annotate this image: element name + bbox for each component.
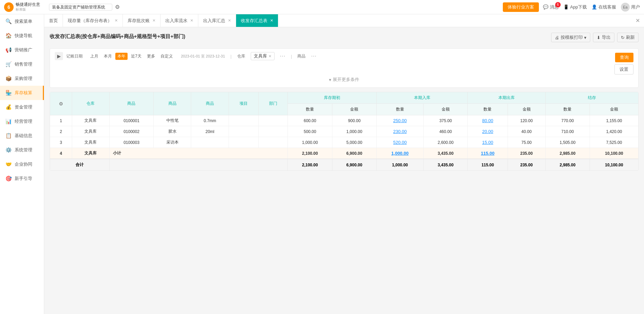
tab-in-out-flow[interactable]: 出入库流水 ✕	[161, 14, 198, 27]
col-in-qty: 数量	[377, 104, 424, 115]
date-range: 2023-01-01 至 2023-12-31	[181, 54, 225, 59]
refresh-icon: ↻	[621, 35, 625, 40]
row1-code: 0100001	[109, 115, 153, 126]
subtotal-in-amt: 3,435.00	[424, 148, 468, 159]
home-icon: 🏠	[5, 33, 12, 39]
goods-more-button[interactable]: ···	[311, 53, 316, 59]
sidebar-item-guide[interactable]: 🎯 新手引导	[0, 171, 44, 186]
refresh-button[interactable]: ↻ 刷新	[617, 33, 639, 42]
sidebar-item-inventory[interactable]: 🏪 库存核算	[0, 86, 44, 100]
message-button[interactable]: 💬 消息 6	[543, 4, 559, 10]
tab-close-inventory-dist[interactable]: ✕	[115, 18, 118, 23]
table-row: 1 文具库 0100001 中性笔 0.7mm 600.00 900.00 25…	[50, 115, 638, 126]
filter-right: 查询 设置	[614, 52, 633, 75]
sidebar-item-finance[interactable]: 💰 资金管理	[0, 100, 44, 114]
row3-dept	[258, 137, 288, 148]
tab-close-batch-ledger[interactable]: ✕	[152, 18, 155, 23]
date-btn-more[interactable]: 更多	[145, 53, 157, 60]
system-settings-button[interactable]: ⚙	[115, 4, 120, 10]
col-open-qty: 数量	[288, 104, 332, 115]
chevron-down-icon: ▾	[584, 35, 587, 40]
row3-name: 采访本	[154, 137, 191, 148]
row2-out-qty[interactable]: 20.00	[468, 126, 508, 137]
export-button[interactable]: ⬇ 导出	[593, 33, 614, 42]
top-right-area: 💬 消息 6 📱 App下载 👤 在线客服 Ea 用户	[543, 3, 640, 12]
date-btn-last-month[interactable]: 上月	[88, 53, 100, 60]
filter-toggle-button[interactable]: ▶	[55, 52, 63, 60]
col-balance: 结存	[545, 92, 638, 104]
tab-close-receipt-summary[interactable]: ✕	[270, 18, 273, 23]
sidebar-item-basicinfo[interactable]: 📋 基础信息	[0, 129, 44, 143]
table-settings-icon[interactable]: ⚙	[59, 101, 63, 106]
sidebar-item-quicknav[interactable]: 🏠 快捷导航	[0, 29, 44, 43]
download-icon: 📱	[563, 4, 569, 10]
date-btn-this-year[interactable]: 本年	[115, 53, 128, 60]
subtotal-label: 小计	[109, 148, 288, 159]
table-header-row-1: ⚙ 仓库 商品 商品 商品 项目 部门 库存期初 本期入库 本期出库 结存	[50, 92, 638, 104]
print-button[interactable]: 🖨 按模板打印 ▾	[551, 33, 590, 42]
user-area[interactable]: Ea 用户	[621, 3, 640, 12]
app-download-button[interactable]: 📱 App下载	[563, 4, 587, 10]
row3-in-qty[interactable]: 520.00	[377, 137, 424, 148]
expand-more-area: ▾ 展开更多条件	[55, 77, 633, 83]
row2-open-qty: 500.00	[288, 126, 332, 137]
tab-in-out-summary[interactable]: 出入库汇总 ✕	[198, 14, 236, 27]
subtotal-no: 4	[50, 148, 72, 159]
date-btn-this-month[interactable]: 本月	[102, 53, 114, 60]
date-btn-custom[interactable]: 自定义	[159, 53, 175, 60]
settings-text-button[interactable]: 设置	[614, 64, 633, 75]
warehouse-more-button[interactable]: ···	[280, 53, 285, 59]
tab-batch-ledger[interactable]: 库存批次账 ✕	[123, 14, 161, 27]
date-btn-7days[interactable]: 近7天	[129, 53, 144, 60]
sidebar-item-purchase[interactable]: 📦 采购管理	[0, 71, 44, 86]
col-project: 项目	[229, 92, 259, 115]
sidebar-item-system[interactable]: ⚙️ 系统管理	[0, 143, 44, 157]
date-filter-label: 记账日期	[66, 53, 83, 59]
online-service-button[interactable]: 👤 在线客服	[592, 4, 616, 10]
row1-bal-amt: 1,155.00	[590, 115, 638, 126]
goods-filter-label: 商品	[297, 53, 306, 59]
expand-more-button[interactable]: ▾ 展开更多条件	[329, 77, 359, 83]
total-bal-qty: 2,985.00	[545, 159, 590, 170]
row1-in-qty[interactable]: 250.00	[377, 115, 424, 126]
table-subtotal-row: 4 文具库 小计 2,100.00 6,900.00 1,000.00 3,43…	[50, 148, 638, 159]
col-outbound: 本期出库	[468, 92, 545, 104]
sidebar-item-enterprise[interactable]: 🤝 企业协同	[0, 157, 44, 171]
basicinfo-icon: 📋	[5, 133, 12, 139]
query-button[interactable]: 查询	[615, 53, 633, 62]
warehouse-tag-remove[interactable]: ✕	[268, 54, 271, 59]
sidebar: 🔍 搜索菜单 🏠 快捷导航 📢 营销推广 🛒 销售管理 📦 采购管理 🏪 库存核…	[0, 14, 44, 314]
system-select[interactable]: 装备及固定资产辅助管理系统	[49, 4, 112, 11]
tab-close-all-button[interactable]: ✕	[631, 17, 644, 24]
subtotal-in-qty[interactable]: 1,000.00	[377, 148, 424, 159]
col-bal-qty: 数量	[545, 104, 590, 115]
tab-home[interactable]: 首页	[44, 14, 63, 27]
row1-in-amt: 375.00	[424, 115, 468, 126]
tab-close-in-out-summary[interactable]: ✕	[228, 18, 231, 23]
row3-warehouse: 文具库	[72, 137, 110, 148]
sidebar-item-sales[interactable]: 🛒 销售管理	[0, 57, 44, 71]
tab-receipt-summary[interactable]: 收发存汇总表 ✕	[236, 14, 278, 27]
sidebar-item-marketing[interactable]: 📢 营销推广	[0, 43, 44, 57]
row1-warehouse: 文具库	[72, 115, 110, 126]
col-open-amt: 金额	[332, 104, 376, 115]
row1-out-qty[interactable]: 80.00	[468, 115, 508, 126]
col-code: 商品	[109, 92, 153, 115]
tab-inventory-dist[interactable]: 现存量（库存分布表） ✕	[63, 14, 123, 27]
top-bar: 6 畅捷通好生意 标准版 装备及固定资产辅助管理系统 ⚙ 体验行业方案 💬 消息…	[0, 0, 644, 14]
sidebar-item-search[interactable]: 🔍 搜索菜单	[0, 14, 44, 29]
row3-bal-qty: 1,505.00	[545, 137, 590, 148]
subtotal-out-qty[interactable]: 115.00	[468, 148, 508, 159]
sidebar-item-operations[interactable]: 📊 经营管理	[0, 114, 44, 129]
search-icon: 🔍	[5, 18, 12, 24]
row2-in-qty[interactable]: 230.00	[377, 126, 424, 137]
row2-bal-qty: 710.00	[545, 126, 590, 137]
row3-out-qty[interactable]: 15.00	[468, 137, 508, 148]
row2-spec: 20ml	[191, 126, 229, 137]
trial-button[interactable]: 体验行业方案	[503, 2, 539, 12]
tab-close-in-out-flow[interactable]: ✕	[190, 18, 193, 23]
guide-icon: 🎯	[5, 176, 12, 182]
col-warehouse: 仓库	[72, 92, 110, 115]
row3-spec	[191, 137, 229, 148]
row1-dept	[258, 115, 288, 126]
